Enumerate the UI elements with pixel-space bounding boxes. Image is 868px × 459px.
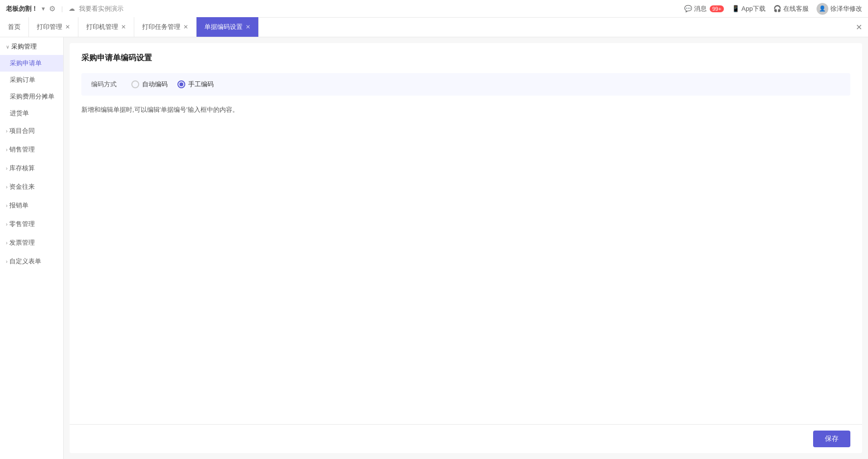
search-label[interactable]: 我要看实例演示	[79, 4, 124, 13]
radio-manual-code[interactable]: 手工编码	[177, 80, 214, 89]
sidebar-item-purchase-expense[interactable]: 采购费用分摊单	[0, 88, 63, 105]
sidebar: ∨ 采购管理 采购申请单 采购订单 采购费用分摊单 进货单 › 项目合同 › 销…	[0, 37, 64, 459]
tab-print-mgmt-label: 打印管理	[37, 23, 62, 31]
top-bar-divider: |	[61, 5, 63, 12]
encoding-label: 编码方式	[91, 80, 117, 89]
inventory-label: 库存核算	[9, 164, 35, 173]
search-cloud-icon: ☁	[69, 5, 75, 12]
retail-mgmt-label: 零售管理	[9, 220, 35, 229]
message-button[interactable]: 💬 消息 99+	[684, 4, 724, 13]
sidebar-group-finance[interactable]: › 资金往来	[0, 178, 63, 196]
invoice-mgmt-label: 发票管理	[9, 238, 35, 247]
sidebar-group-custom-forms[interactable]: › 自定义表单	[0, 252, 63, 271]
sidebar-group-retail-mgmt[interactable]: › 零售管理	[0, 215, 63, 233]
tab-print-mgmt[interactable]: 打印管理 ✕	[29, 17, 78, 37]
tab-printer-mgmt-label: 打印机管理	[86, 23, 118, 31]
returns-arrow: ›	[6, 203, 7, 208]
sidebar-item-purchase-req-label: 采购申请单	[10, 59, 42, 67]
content-footer: 保存	[70, 424, 862, 453]
project-contract-arrow: ›	[6, 128, 7, 134]
retail-mgmt-arrow: ›	[6, 222, 7, 227]
top-bar-left: 老板勿割！ ▾ ⚙ | ☁ 我要看实例演示	[6, 4, 124, 13]
project-contract-label: 项目合同	[9, 127, 35, 135]
tab-code-setting-label: 单据编码设置	[204, 23, 243, 31]
returns-label: 报销单	[9, 201, 28, 210]
sidebar-group-inventory[interactable]: › 库存核算	[0, 159, 63, 178]
tab-code-setting[interactable]: 单据编码设置 ✕	[197, 17, 259, 37]
tab-bar: 首页 打印管理 ✕ 打印机管理 ✕ 打印任务管理 ✕ 单据编码设置 ✕ ✕	[0, 18, 868, 37]
user-name: 徐泽华修改	[830, 4, 862, 13]
content-inner: 采购申请单编码设置 编码方式 自动编码 手工编码 新增和编辑单据时,可以编辑'单…	[70, 43, 862, 424]
sidebar-group-sales-mgmt[interactable]: › 销售管理	[0, 140, 63, 159]
finance-arrow: ›	[6, 184, 7, 190]
service-icon: 🎧	[773, 5, 781, 12]
app-download-label: App下载	[742, 4, 766, 13]
dropdown-icon[interactable]: ▾	[42, 5, 45, 12]
sidebar-group-invoice-mgmt[interactable]: › 发票管理	[0, 233, 63, 252]
radio-auto-code[interactable]: 自动编码	[131, 80, 168, 89]
tab-home[interactable]: 首页	[0, 17, 29, 37]
main-layout: ∨ 采购管理 采购申请单 采购订单 采购费用分摊单 进货单 › 项目合同 › 销…	[0, 37, 868, 459]
auto-code-label: 自动编码	[142, 80, 168, 89]
service-button[interactable]: 🎧 在线客服	[773, 4, 809, 13]
tab-printer-mgmt[interactable]: 打印机管理 ✕	[78, 17, 134, 37]
sales-mgmt-arrow: ›	[6, 147, 7, 153]
save-button[interactable]: 保存	[813, 431, 850, 447]
top-bar: 老板勿割！ ▾ ⚙ | ☁ 我要看实例演示 💬 消息 99+ 📱 App下载 🎧…	[0, 0, 868, 18]
avatar: 👤	[817, 3, 828, 15]
sidebar-item-purchase-order[interactable]: 采购订单	[0, 72, 63, 88]
finance-label: 资金往来	[9, 182, 35, 191]
purchase-mgmt-label: 采购管理	[11, 42, 37, 51]
tab-printer-mgmt-close[interactable]: ✕	[121, 24, 126, 30]
app-download-button[interactable]: 📱 App下载	[732, 4, 766, 13]
tab-print-task-mgmt-close[interactable]: ✕	[183, 24, 188, 30]
sidebar-item-purchase-expense-label: 采购费用分摊单	[10, 93, 54, 100]
purchase-mgmt-arrow: ∨	[6, 44, 9, 50]
custom-forms-label: 自定义表单	[9, 257, 41, 266]
close-all-tabs-button[interactable]: ✕	[850, 17, 868, 37]
page-title: 采购申请单编码设置	[81, 53, 850, 63]
sidebar-group-project-contract[interactable]: › 项目合同	[0, 122, 63, 140]
message-label: 消息	[694, 4, 707, 13]
service-label: 在线客服	[783, 4, 809, 13]
invoice-mgmt-arrow: ›	[6, 240, 7, 246]
manual-code-label: 手工编码	[188, 80, 214, 89]
tab-print-task-mgmt-label: 打印任务管理	[142, 23, 180, 31]
custom-forms-arrow: ›	[6, 259, 7, 264]
app-logo: 老板勿割！	[6, 4, 38, 13]
inventory-arrow: ›	[6, 166, 7, 171]
encoding-section: 编码方式 自动编码 手工编码	[81, 73, 850, 96]
tab-print-mgmt-close[interactable]: ✕	[65, 24, 70, 30]
radio-group: 自动编码 手工编码	[131, 80, 214, 89]
tab-print-task-mgmt[interactable]: 打印任务管理 ✕	[134, 17, 197, 37]
sidebar-item-purchase-req[interactable]: 采购申请单	[0, 55, 63, 72]
message-icon: 💬	[684, 5, 692, 12]
radio-manual-circle	[177, 80, 185, 88]
avatar-icon: 👤	[819, 5, 826, 12]
sidebar-item-stock-in-label: 进货单	[10, 109, 29, 117]
message-badge: 99+	[710, 5, 724, 12]
settings-icon[interactable]: ⚙	[49, 4, 55, 13]
sidebar-group-purchase-mgmt: ∨ 采购管理 采购申请单 采购订单 采购费用分摊单 进货单	[0, 37, 63, 122]
tab-home-label: 首页	[8, 23, 21, 31]
sales-mgmt-label: 销售管理	[9, 145, 35, 154]
radio-auto-circle	[131, 80, 139, 88]
sidebar-item-purchase-order-label: 采购订单	[10, 76, 35, 83]
sidebar-item-stock-in[interactable]: 进货单	[0, 105, 63, 122]
sidebar-group-purchase-mgmt-title[interactable]: ∨ 采购管理	[0, 37, 63, 55]
app-icon: 📱	[732, 5, 740, 12]
user-profile[interactable]: 👤 徐泽华修改	[817, 3, 862, 15]
tab-code-setting-close[interactable]: ✕	[246, 24, 250, 30]
content-area: 采购申请单编码设置 编码方式 自动编码 手工编码 新增和编辑单据时,可以编辑'单…	[64, 37, 868, 459]
top-bar-right: 💬 消息 99+ 📱 App下载 🎧 在线客服 👤 徐泽华修改	[684, 3, 862, 15]
sidebar-group-returns[interactable]: › 报销单	[0, 196, 63, 215]
hint-text: 新增和编辑单据时,可以编辑'单据编号'输入框中的内容。	[81, 105, 850, 114]
